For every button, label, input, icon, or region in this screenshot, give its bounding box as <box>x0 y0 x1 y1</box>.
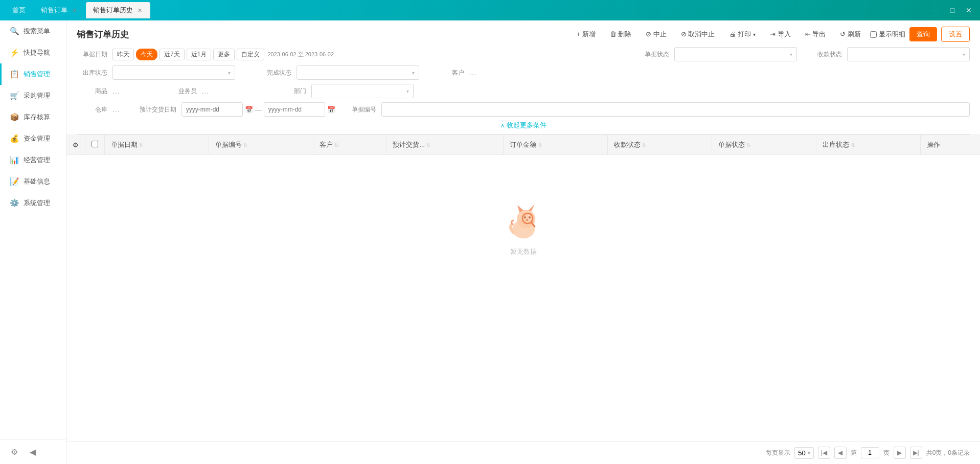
per-page-label: 每页显示 <box>766 449 790 457</box>
maximize-button[interactable]: □ <box>946 4 959 16</box>
next-page-button[interactable]: ▶ <box>894 447 906 459</box>
calendar-end-icon[interactable]: 📅 <box>327 106 335 114</box>
export-button[interactable]: ⇤ 导出 <box>800 27 831 41</box>
complete-status-label: 完成状态 <box>261 69 297 77</box>
sidebar-item-capital-mgmt[interactable]: 💰 资金管理 <box>0 128 66 149</box>
collapse-filter-row[interactable]: ∧ 收起更多条件 <box>77 119 970 130</box>
system-mgmt-icon: ⚙️ <box>10 198 19 208</box>
tab-home[interactable]: 首页 <box>5 2 33 18</box>
date-today[interactable]: 今天 <box>136 49 157 60</box>
th-receipt-status[interactable]: 收款状态 ⇅ <box>608 135 712 155</box>
table-settings-icon[interactable]: ⚙ <box>73 141 79 149</box>
date-yesterday[interactable]: 昨天 <box>112 49 134 60</box>
sidebar-bottom: ⚙ ◀ <box>0 439 66 464</box>
svg-point-8 <box>526 219 528 220</box>
order-no-input[interactable] <box>381 102 970 117</box>
query-button[interactable]: 查询 <box>909 27 937 41</box>
date-label: 单据日期 <box>77 50 112 59</box>
sidebar-settings-icon[interactable]: ⚙ <box>8 446 20 458</box>
display-dense-checkbox[interactable]: 显示明细 <box>870 30 905 39</box>
sales-mgmt-icon: 📋 <box>10 70 19 79</box>
th-customer[interactable]: 客户 ⇅ <box>313 135 386 155</box>
sidebar-item-quick-nav[interactable]: ⚡ 快捷导航 <box>0 42 66 63</box>
calendar-start-icon[interactable]: 📅 <box>245 106 253 114</box>
out-status-dropdown-icon: ▾ <box>228 70 231 76</box>
import-button[interactable]: ⇥ 导入 <box>765 27 796 41</box>
th-checkbox[interactable] <box>85 135 105 155</box>
tab-sales-order-history[interactable]: 销售订单历史 ✕ <box>86 2 150 18</box>
print-button[interactable]: 🖨 打印 ▾ <box>724 27 761 41</box>
minimize-button[interactable]: — <box>930 4 942 16</box>
sidebar-item-system-mgmt[interactable]: ⚙️ 系统管理 <box>0 192 66 214</box>
sort-out-icon: ⇅ <box>851 142 855 148</box>
close-button[interactable]: ✕ <box>963 4 975 16</box>
print-button-label: 🖨 打印 <box>730 30 751 39</box>
last-page-button[interactable]: ▶| <box>910 447 922 459</box>
delete-button[interactable]: 🗑 删除 <box>605 27 637 41</box>
sidebar-item-purchase-mgmt[interactable]: 🛒 采购管理 <box>0 85 66 106</box>
complete-status-select[interactable]: ▾ <box>297 65 419 80</box>
current-page-input[interactable] <box>861 447 879 458</box>
warehouse-label: 仓库 <box>77 105 112 114</box>
delivery-date-start-input[interactable] <box>181 102 243 117</box>
warehouse-more-btn[interactable]: ... <box>112 105 120 114</box>
customer-more-btn[interactable]: ... <box>469 69 477 77</box>
th-order-status[interactable]: 单据状态 ⇅ <box>712 135 816 155</box>
delivery-date-range: 📅 — 📅 <box>181 102 335 117</box>
status-select[interactable]: ▾ <box>674 47 797 61</box>
export-button-label: ⇤ 导出 <box>805 30 826 39</box>
th-out-status-label: 出库状态 <box>823 140 849 149</box>
tab-sales-order-history-close[interactable]: ✕ <box>136 7 143 14</box>
first-page-button[interactable]: |◀ <box>818 447 830 459</box>
tab-sales-order-label: 销售订单 <box>41 6 67 15</box>
sidebar-collapse-icon[interactable]: ◀ <box>27 446 39 458</box>
delete-button-label: 🗑 删除 <box>610 30 632 39</box>
cancel-stop-button[interactable]: ⊘ 取消中止 <box>676 27 720 41</box>
refresh-button[interactable]: ↺ 刷新 <box>835 27 866 41</box>
th-delivery-date[interactable]: 预计交货... ⇅ <box>386 135 504 155</box>
out-status-label: 出库状态 <box>77 69 112 77</box>
sidebar-item-search-menu[interactable]: 🔍 搜索菜单 <box>0 20 66 42</box>
salesperson-label: 业务员 <box>166 87 202 96</box>
sidebar-item-basic-info[interactable]: 📝 基础信息 <box>0 171 66 192</box>
th-date[interactable]: 单据日期 ⇅ <box>105 135 209 155</box>
product-more-btn[interactable]: ... <box>112 87 120 95</box>
date-last30[interactable]: 近1月 <box>187 49 212 60</box>
sidebar-item-sales-mgmt[interactable]: 📋 销售管理 <box>0 63 66 85</box>
new-button[interactable]: + 新增 <box>571 27 600 41</box>
stop-button-label: ⊘ 中止 <box>646 30 667 39</box>
out-status-select[interactable]: ▾ <box>112 65 235 80</box>
date-last7[interactable]: 近7天 <box>159 49 185 60</box>
date-more[interactable]: 更多 <box>213 49 235 60</box>
tab-sales-order-close[interactable]: ✕ <box>71 7 78 14</box>
th-settings[interactable]: ⚙ <box>66 135 85 155</box>
display-dense-input[interactable] <box>870 31 877 38</box>
print-dropdown-icon[interactable]: ▾ <box>753 32 756 37</box>
delivery-date-end-input[interactable] <box>264 102 325 117</box>
dept-select[interactable]: ▾ <box>311 84 414 98</box>
sidebar-item-inventory[interactable]: 📦 库存核算 <box>0 106 66 128</box>
stop-button[interactable]: ⊘ 中止 <box>641 27 672 41</box>
empty-cell: 暂无数据 <box>66 155 980 298</box>
svg-marker-3 <box>529 204 535 211</box>
prev-page-button[interactable]: ◀ <box>834 447 847 459</box>
sort-no-icon: ⇅ <box>243 142 247 148</box>
receipt-status-select[interactable]: ▾ <box>847 47 970 61</box>
date-quick-buttons: 昨天 今天 近7天 近1月 更多 自定义 <box>112 49 264 60</box>
per-page-select[interactable]: 50 ▾ <box>794 447 813 459</box>
th-out-status[interactable]: 出库状态 ⇅ <box>816 135 920 155</box>
operation-mgmt-icon: 📊 <box>10 156 19 165</box>
th-amount[interactable]: 订单金额 ⇅ <box>504 135 608 155</box>
select-all-checkbox[interactable] <box>92 141 98 147</box>
date-custom[interactable]: 自定义 <box>237 49 264 60</box>
th-no[interactable]: 单据编号 ⇅ <box>209 135 313 155</box>
tab-sales-order[interactable]: 销售订单 ✕ <box>34 2 85 18</box>
salesperson-more-btn[interactable]: ... <box>202 87 210 95</box>
page-header: 销售订单历史 + 新增 🗑 删除 ⊘ 中止 ⊘ 取消中止 🖨 <box>66 20 980 135</box>
settings-button-label: 设置 <box>949 30 962 38</box>
sidebar-item-operation-mgmt[interactable]: 📊 经营管理 <box>0 149 66 171</box>
settings-button[interactable]: 设置 <box>941 27 970 42</box>
empty-row: 暂无数据 <box>66 155 980 298</box>
sidebar-item-label-operation: 经营管理 <box>24 156 50 165</box>
sidebar-item-label-sales: 销售管理 <box>24 70 50 79</box>
